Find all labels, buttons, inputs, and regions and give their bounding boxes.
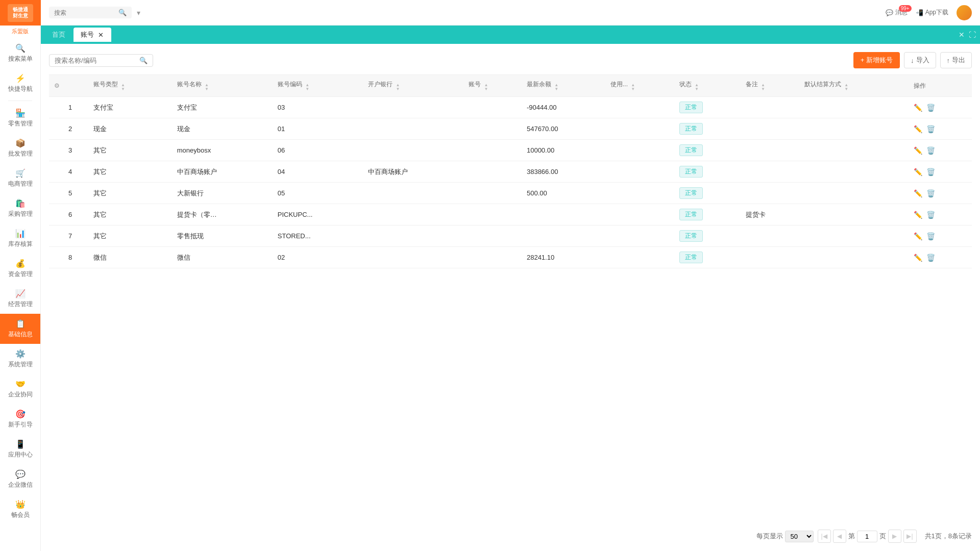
edit-button[interactable]: ✏️ [914,189,922,197]
cell-type: 其它 [89,183,173,204]
sidebar-divider [8,101,32,101]
message-button[interactable]: 💬 消息 99+ [886,8,908,17]
import-button[interactable]: ↓ 导入 [904,52,936,68]
tab-account[interactable]: 账号 ✕ [74,28,111,42]
sidebar-item-capital-mgmt[interactable]: 💰 资金管理 [0,254,40,284]
top-search-box[interactable]: 🔍 [49,7,132,18]
sidebar-item-quick-nav[interactable]: ⚡ 快捷导航 [0,68,40,98]
status-badge: 正常 [679,102,703,113]
account-sort-icons: ▲▼ [484,83,488,91]
edit-button[interactable]: ✏️ [914,232,922,240]
delete-button[interactable]: 🗑️ [926,254,935,262]
th-usage[interactable]: 使用... ▲▼ [606,75,675,97]
table-settings-icon[interactable]: ⚙ [54,82,60,89]
total-info: 共1页，8条记录 [925,532,972,541]
th-balance[interactable]: 最新余额 ▲▼ [523,75,606,97]
window-maximize-icon[interactable]: ⛶ [969,31,976,39]
next-page-button[interactable]: ▶ [888,530,901,543]
top-search-input[interactable] [54,9,115,16]
tab-home[interactable]: 首页 [45,28,72,42]
prev-page-button[interactable]: ◀ [833,530,846,543]
export-button[interactable]: ↑ 导出 [940,52,972,68]
delete-button[interactable]: 🗑️ [926,211,935,219]
delete-button[interactable]: 🗑️ [926,189,935,197]
sidebar-item-search-menu[interactable]: 🔍 搜索菜单 [0,38,40,68]
delete-button[interactable]: 🗑️ [926,125,935,133]
delete-button[interactable]: 🗑️ [926,232,935,240]
import-icon: ↓ [911,57,914,64]
cell-settings [49,204,64,226]
cell-status: 正常 [675,226,742,247]
sidebar-item-app-center[interactable]: 📱 应用中心 [0,434,40,464]
th-account[interactable]: 账号 ▲▼ [464,75,523,97]
th-settings[interactable]: ⚙ [49,75,64,97]
edit-button[interactable]: ✏️ [914,168,922,176]
edit-button[interactable]: ✏️ [914,146,922,155]
user-avatar[interactable] [957,5,972,20]
th-status[interactable]: 状态 ▲▼ [675,75,742,97]
cell-code: 04 [274,161,364,183]
cell-balance: 383866.00 [523,161,606,183]
th-bank[interactable]: 开户银行 ▲▼ [364,75,464,97]
add-account-button[interactable]: + 新增账号 [853,52,900,68]
sidebar-item-system-mgmt[interactable]: ⚙️ 系统管理 [0,344,40,374]
sidebar-item-label: 基础信息 [8,330,33,339]
delete-button[interactable]: 🗑️ [926,146,935,155]
expand-icon[interactable]: ▾ [137,9,140,17]
edit-button[interactable]: ✏️ [914,104,922,112]
cell-default-settle [800,118,910,140]
top-search-icon: 🔍 [118,9,127,16]
sidebar-item-label: 经营管理 [8,300,33,309]
th-code[interactable]: 账号编码 ▲▼ [274,75,364,97]
th-name[interactable]: 账号名称 ▲▼ [173,75,274,97]
th-code-label: 账号编码 [278,81,302,88]
th-type[interactable]: 账号类型 ▲▼ [89,75,173,97]
page-number-input[interactable] [857,531,877,542]
search-input-wrap[interactable]: 🔍 [49,54,153,67]
cell-code: 02 [274,247,364,268]
account-search-input[interactable] [55,57,136,64]
cell-balance: 547670.00 [523,118,606,140]
cell-settings [49,118,64,140]
sidebar-item-new-guide[interactable]: 🎯 新手引导 [0,404,40,434]
sidebar-item-enterprise-wechat[interactable]: 💬 企业微信 [0,464,40,494]
sidebar-item-purchase-mgmt[interactable]: 🛍️ 采购管理 [0,193,40,223]
th-default-settle[interactable]: 默认结算方式 ▲▼ [800,75,910,97]
delete-button[interactable]: 🗑️ [926,104,935,112]
cell-account [464,204,523,226]
cell-settings [49,226,64,247]
per-page-select[interactable]: 10 20 50 100 [785,531,814,542]
cell-usage [606,247,675,268]
cell-code: 05 [274,183,364,204]
app-download-button[interactable]: 📲 App下载 [916,8,948,17]
tab-account-close[interactable]: ✕ [97,31,104,38]
delete-button[interactable]: 🗑️ [926,168,935,176]
th-remark[interactable]: 备注 ▲▼ [742,75,800,97]
last-page-button[interactable]: ▶| [903,530,917,543]
table-body: 1 支付宝 支付宝 03 -90444.00 正常 ✏️ 🗑️ 2 现金 现金 … [49,97,972,268]
sidebar-item-enterprise-agreement[interactable]: 🤝 企业协同 [0,374,40,404]
cell-type: 其它 [89,226,173,247]
sidebar-item-wholesale-mgmt[interactable]: 📦 批发管理 [0,133,40,163]
cell-num: 5 [64,183,89,204]
window-close-icon[interactable]: ✕ [959,31,965,39]
cell-action: ✏️ 🗑️ [910,118,972,140]
edit-button[interactable]: ✏️ [914,254,922,262]
edit-button[interactable]: ✏️ [914,125,922,133]
sidebar-item-label: 资金管理 [8,270,33,279]
app-download-icon: 📲 [916,9,923,16]
cell-bank: 中百商场账户 [364,161,464,183]
sidebar-item-retail-mgmt[interactable]: 🏪 零售管理 [0,103,40,133]
sidebar-item-inventory-check[interactable]: 📊 库存核算 [0,223,40,254]
first-page-button[interactable]: |◀ [818,530,831,543]
edit-button[interactable]: ✏️ [914,211,922,219]
sidebar-item-basic-info[interactable]: 📋 基础信息 [0,314,40,344]
sidebar-item-business-mgmt[interactable]: 📈 经营管理 [0,284,40,314]
basic-info-icon: 📋 [15,319,26,329]
sidebar-item-ecommerce-mgmt[interactable]: 🛒 电商管理 [0,163,40,193]
cell-remark [742,161,800,183]
enterprise-wechat-icon: 💬 [15,469,26,479]
sidebar-item-vip-member[interactable]: 👑 畅会员 [0,494,40,524]
app-center-icon: 📱 [15,439,26,449]
cell-num: 6 [64,204,89,226]
